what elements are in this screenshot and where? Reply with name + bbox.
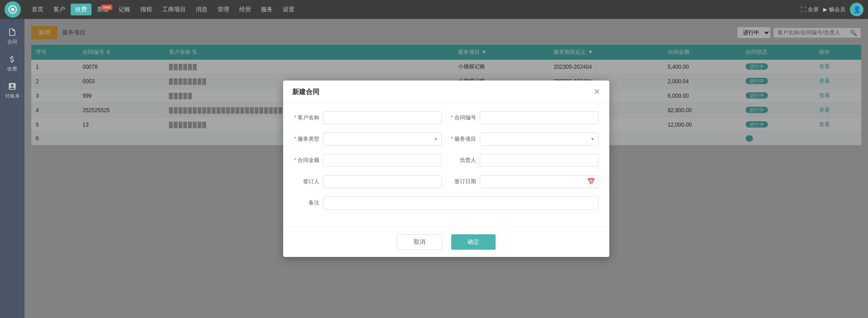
service-type-label: 服务类型 (294, 135, 319, 143)
amount-input[interactable]: 0.00 (323, 154, 442, 167)
service-type-select[interactable] (323, 133, 442, 146)
member-label: 畅会员 (829, 6, 845, 14)
cancel-button[interactable]: 取消 (397, 234, 442, 250)
amount-label: 合同金额 (294, 157, 319, 164)
contract-no-input[interactable] (480, 111, 598, 124)
content-area: 新增 服务项目 进行中 已完成 全部 🔍 序号 合 (24, 19, 868, 318)
contract-no-label: 合同编号 (451, 114, 476, 122)
nav-item-报税[interactable]: 报税 (136, 4, 157, 15)
sidebar-label-fees: 收费 (7, 66, 17, 72)
form-group-sign-date: 签订日期 2023-06-06 📅 (451, 175, 598, 188)
modal-body: 客户名称 合同编号 服务类型 (283, 102, 609, 227)
sidebar: 合同 收费 对账单 (0, 19, 24, 318)
form-group-service-item: 服务项目 ▼ (451, 133, 598, 146)
modal-close-button[interactable]: ✕ (593, 88, 600, 96)
nav-item-票据[interactable]: 票据new (92, 4, 113, 15)
form-group-amount: 合同金额 0.00 (294, 154, 442, 167)
sign-date-wrap: 2023-06-06 📅 (480, 175, 598, 188)
sidebar-label-statement: 对账单 (5, 93, 20, 100)
customer-name-input[interactable] (323, 111, 442, 124)
nav-item-服务[interactable]: 服务 (256, 4, 277, 15)
statement-icon (7, 81, 17, 91)
modal-footer: 取消 确定 (283, 227, 609, 257)
new-contract-modal: 新建合同 ✕ 客户名称 合同编号 (283, 81, 609, 257)
service-item-select-wrap: ▼ (480, 133, 598, 146)
top-navigation: 首页客户收费票据new记账报税工商项目消息管理经营服务设置 ⛶ 全屏 ▶ 畅会员… (0, 0, 868, 19)
nav-item-设置[interactable]: 设置 (278, 4, 299, 15)
member-button[interactable]: ▶ 畅会员 (823, 6, 845, 14)
nav-item-消息[interactable]: 消息 (191, 4, 212, 15)
contract-icon (7, 27, 17, 37)
owner-input[interactable] (480, 154, 598, 167)
sidebar-label-contract: 合同 (7, 38, 17, 45)
nav-item-经营[interactable]: 经营 (235, 4, 256, 15)
nav-item-管理[interactable]: 管理 (213, 4, 234, 15)
form-group-customer: 客户名称 (294, 111, 442, 124)
sidebar-item-statement[interactable]: 对账单 (1, 78, 24, 103)
form-group-owner: 负责人 (451, 154, 598, 167)
calendar-icon[interactable]: 📅 (587, 178, 595, 185)
service-item-label: 服务项目 (451, 135, 476, 143)
form-group-service-type: 服务类型 ▼ (294, 133, 442, 146)
nav-badge-new: new (101, 5, 112, 10)
modal-overlay: 新建合同 ✕ 客户名称 合同编号 (24, 19, 868, 318)
modal-title: 新建合同 (292, 88, 319, 96)
signer-input[interactable] (323, 175, 442, 188)
form-row-1: 客户名称 合同编号 (294, 111, 598, 124)
note-input[interactable] (323, 196, 598, 209)
form-group-note: 备注 (294, 196, 598, 209)
nav-item-收费[interactable]: 收费 (71, 4, 92, 15)
sidebar-item-fees[interactable]: 收费 (1, 51, 24, 76)
nav-item-客户[interactable]: 客户 (49, 4, 70, 15)
nav-item-首页[interactable]: 首页 (27, 4, 48, 15)
main-layout: 合同 收费 对账单 新增 服务项目 (0, 19, 868, 318)
modal-header: 新建合同 ✕ (283, 81, 609, 102)
service-item-select[interactable] (480, 133, 598, 146)
fullscreen-button[interactable]: ⛶ 全屏 (800, 6, 819, 14)
confirm-button[interactable]: 确定 (451, 234, 496, 250)
owner-label: 负责人 (451, 157, 476, 164)
sign-date-input[interactable]: 2023-06-06 (480, 175, 598, 188)
form-row-3: 合同金额 0.00 负责人 (294, 154, 598, 167)
signer-label: 签订人 (294, 178, 319, 185)
note-label: 备注 (294, 199, 319, 207)
form-group-signer: 签订人 (294, 175, 442, 188)
customer-name-label: 客户名称 (294, 114, 319, 122)
sign-date-label: 签订日期 (451, 178, 476, 185)
form-row-2: 服务类型 ▼ 服务项目 (294, 133, 598, 146)
avatar[interactable]: 👤 (850, 3, 863, 16)
fullscreen-label: 全屏 (808, 6, 819, 14)
form-group-contract-no: 合同编号 (451, 111, 598, 124)
service-type-select-wrap: ▼ (323, 133, 442, 146)
sidebar-item-contract[interactable]: 合同 (1, 24, 24, 49)
nav-item-工商项目[interactable]: 工商项目 (158, 4, 190, 15)
app-logo[interactable] (5, 1, 21, 18)
nav-item-记账[interactable]: 记账 (114, 4, 135, 15)
form-row-4: 签订人 签订日期 2023-06-06 📅 (294, 175, 598, 188)
form-row-5: 备注 (294, 196, 598, 209)
fees-icon (7, 54, 17, 64)
topnav-right: ⛶ 全屏 ▶ 畅会员 👤 (800, 3, 863, 16)
